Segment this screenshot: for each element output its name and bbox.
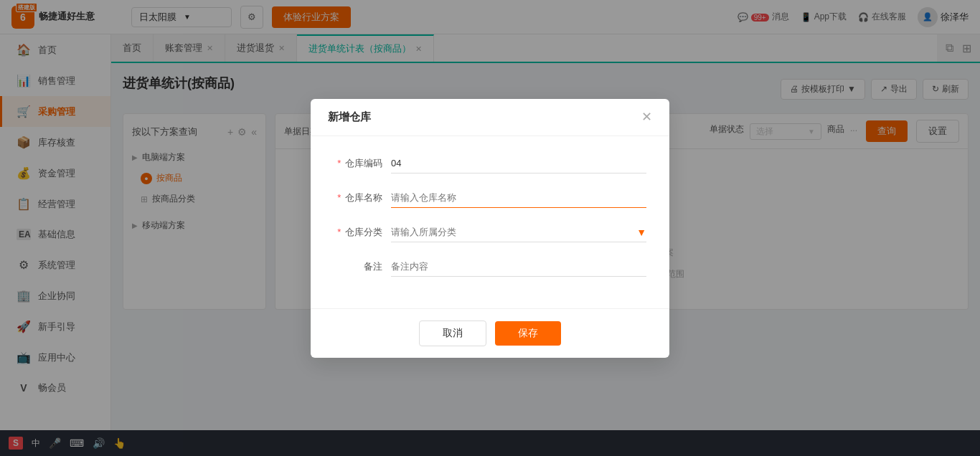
modal-title: 新增仓库 [328,110,371,124]
save-button[interactable]: 保存 [495,321,561,346]
modal-overlay: 新增仓库 ✕ * 仓库编码 * 仓库名称 [0,0,980,456]
form-row-category: * 仓库分类 ▼ [334,222,646,242]
form-label-remark: 备注 [334,260,391,273]
category-input[interactable] [391,222,646,242]
cancel-button[interactable]: 取消 [419,320,486,346]
form-row-code: * 仓库编码 [334,153,646,174]
category-select-wrapper: ▼ [391,222,646,242]
modal-header: 新增仓库 ✕ [311,99,669,136]
form-row-name: * 仓库名称 [334,188,646,208]
form-label-code: * 仓库编码 [334,157,391,170]
modal-footer: 取消 保存 [311,308,669,358]
modal-close-button[interactable]: ✕ [641,110,652,123]
modal-body: * 仓库编码 * 仓库名称 * 仓库分类 [311,136,669,308]
name-input[interactable] [391,188,646,208]
form-label-name: * 仓库名称 [334,191,391,204]
category-dropdown-icon[interactable]: ▼ [636,227,646,238]
form-label-category: * 仓库分类 [334,226,391,239]
code-input[interactable] [391,153,646,174]
add-warehouse-modal: 新增仓库 ✕ * 仓库编码 * 仓库名称 [311,99,669,358]
remark-input[interactable] [391,257,646,277]
form-row-remark: 备注 [334,257,646,277]
